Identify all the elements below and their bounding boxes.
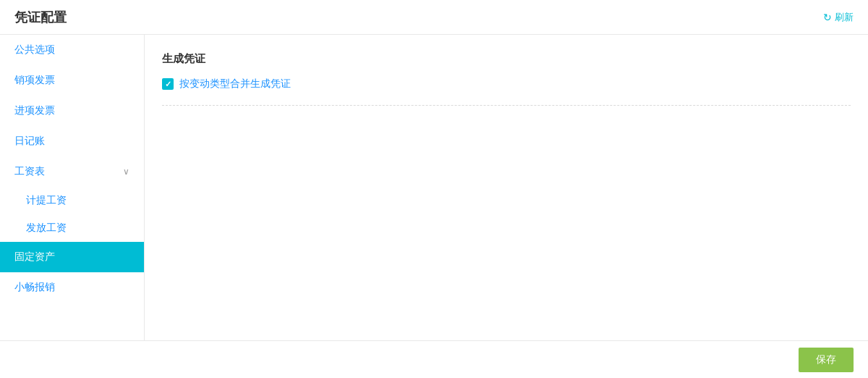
checkbox-row: 按变动类型合并生成凭证 — [162, 77, 851, 91]
sidebar-item-label: 日记账 — [14, 135, 45, 148]
section-title: 生成凭证 — [162, 52, 851, 66]
sidebar-item-payroll-accrual[interactable]: 计提工资 — [0, 187, 144, 214]
footer: 保存 — [0, 340, 868, 378]
refresh-button[interactable]: ↻ 刷新 — [823, 11, 854, 24]
checkbox-label: 按变动类型合并生成凭证 — [179, 77, 291, 91]
sidebar-item-public-options[interactable]: 公共选项 — [0, 35, 144, 65]
sidebar-sub-item-label: 发放工资 — [26, 222, 67, 233]
sidebar-item-label: 固定资产 — [14, 251, 55, 264]
refresh-icon: ↻ — [823, 12, 832, 23]
page-title: 凭证配置 — [14, 9, 67, 26]
sidebar-item-purchase-invoice[interactable]: 进项发票 — [0, 96, 144, 126]
refresh-label: 刷新 — [835, 11, 854, 24]
section-divider — [162, 105, 851, 106]
sidebar-item-label: 公共选项 — [14, 43, 55, 56]
content-area: 生成凭证 按变动类型合并生成凭证 — [145, 35, 868, 340]
page-wrapper: 凭证配置 ↻ 刷新 公共选项 销项发票 进项发票 日记账 工资表 ∨ — [0, 0, 868, 378]
merge-by-type-checkbox[interactable] — [162, 78, 174, 90]
sidebar-item-label: 进项发票 — [14, 104, 55, 117]
sidebar-item-fixed-assets[interactable]: 固定资产 — [0, 242, 144, 272]
main-layout: 公共选项 销项发票 进项发票 日记账 工资表 ∨ 计提工资 发放工资 固定资 — [0, 35, 868, 340]
sidebar-item-expense[interactable]: 小畅报销 — [0, 272, 144, 303]
sidebar-item-payroll-release[interactable]: 发放工资 — [0, 214, 144, 242]
sidebar-item-journal[interactable]: 日记账 — [0, 126, 144, 156]
sidebar-item-label: 销项发票 — [14, 74, 55, 87]
sidebar-item-sales-invoice[interactable]: 销项发票 — [0, 65, 144, 96]
sidebar-sub-item-label: 计提工资 — [26, 194, 67, 206]
sidebar-item-label: 工资表 — [14, 165, 45, 178]
sidebar-item-payroll[interactable]: 工资表 ∨ — [0, 156, 144, 187]
chevron-down-icon: ∨ — [123, 167, 129, 177]
sidebar-item-label: 小畅报销 — [14, 281, 55, 294]
sidebar: 公共选项 销项发票 进项发票 日记账 工资表 ∨ 计提工资 发放工资 固定资 — [0, 35, 145, 340]
header: 凭证配置 ↻ 刷新 — [0, 0, 868, 35]
save-button[interactable]: 保存 — [799, 348, 854, 372]
